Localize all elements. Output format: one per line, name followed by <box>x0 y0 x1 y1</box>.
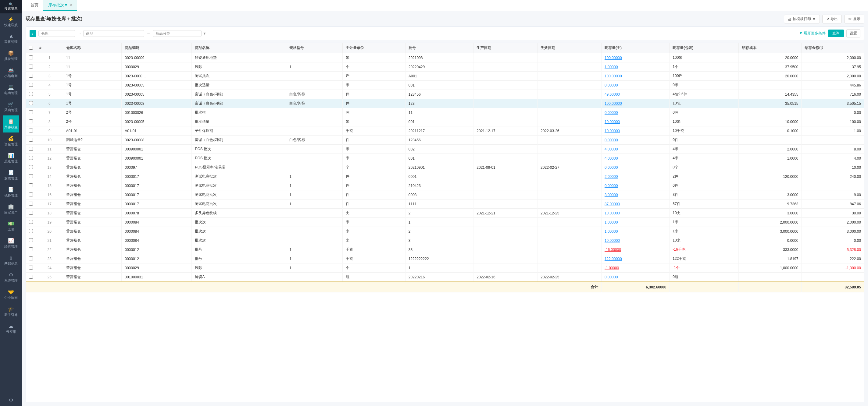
sidebar-item-caigou[interactable]: 🛒采购管理 <box>3 98 19 115</box>
col-batch: 批号 <box>405 43 473 53</box>
row-select[interactable] <box>29 257 33 261</box>
row-prod-date <box>473 81 537 90</box>
row-select[interactable] <box>29 138 33 142</box>
row-select[interactable] <box>29 193 33 197</box>
row-qty-main[interactable]: 100.00000 <box>601 99 669 108</box>
sidebar-item-lingshao[interactable]: 🛍零售管理 <box>3 30 19 47</box>
row-select[interactable] <box>29 229 33 233</box>
row-select[interactable] <box>29 202 33 206</box>
settings-button[interactable]: 设置 <box>846 29 860 37</box>
row-qty-main[interactable]: -16.00000 <box>601 245 669 254</box>
row-select[interactable] <box>29 56 33 59</box>
row-qty-main[interactable]: 122.00000 <box>601 254 669 264</box>
row-qty-main[interactable]: -1.00000 <box>601 264 669 273</box>
export-button[interactable]: ↗ 导出 <box>822 14 842 24</box>
row-qty-main[interactable]: 0.00000 <box>601 81 669 90</box>
row-select[interactable] <box>29 65 33 69</box>
row-select[interactable] <box>29 238 33 242</box>
sidebar-item-kuaisu[interactable]: ⚡快速导航 <box>3 13 19 30</box>
row-qty-main[interactable]: 0.00000 <box>601 163 669 172</box>
print-button[interactable]: 🖨 按模板打印 ▼ <box>784 14 820 24</box>
row-qty-main[interactable]: 49.60000 <box>601 90 669 99</box>
row-qty-main[interactable]: 1.00000 <box>601 227 669 236</box>
row-qty-main[interactable]: 1.00000 <box>601 218 669 227</box>
row-code: 0000017 <box>122 181 192 190</box>
tab-kucun_pici[interactable]: 库存批次▼× <box>43 0 77 11</box>
sidebar-item-pifa[interactable]: 📦批发管理 <box>3 47 19 64</box>
product-input[interactable] <box>83 30 144 37</box>
sidebar-item-zongzhang[interactable]: 📊总账管理 <box>3 149 19 167</box>
sidebar-item-guding[interactable]: 🏢固定资产 <box>3 201 19 218</box>
row-qty-main[interactable]: 87.00000 <box>601 200 669 209</box>
select-all-checkbox[interactable] <box>29 46 33 49</box>
row-qty-main[interactable]: 0.00000 <box>601 273 669 282</box>
row-select[interactable] <box>29 211 33 215</box>
row-select[interactable] <box>29 147 33 151</box>
settings-icon[interactable]: ⚙ <box>0 394 22 406</box>
row-select[interactable] <box>29 183 33 187</box>
row-select[interactable] <box>29 156 33 160</box>
row-qty-main[interactable]: 4.00000 <box>601 154 669 163</box>
row-select[interactable] <box>29 247 33 251</box>
row-qty-unit: 4米 <box>670 154 739 163</box>
row-select[interactable] <box>29 266 33 270</box>
xiaodian-icon: 🚢 <box>4 67 18 73</box>
table-row: 17 营营裕仓 0000017 测试电商批次 1 件 1111 87.00000… <box>26 200 864 209</box>
sidebar-item-qiye[interactable]: 🤝企业协同 <box>3 286 19 303</box>
row-qty-main[interactable]: 0.00000 <box>601 108 669 117</box>
row-select[interactable] <box>29 83 33 87</box>
row-select[interactable] <box>29 110 33 114</box>
sidebar-item-kucun[interactable]: 📋库存核查 <box>3 115 19 133</box>
row-qty-main[interactable]: 10.00000 <box>601 236 669 245</box>
row-qty-main[interactable]: 100.00000 <box>601 53 669 62</box>
filter-expand-btn[interactable]: › <box>30 30 36 37</box>
row-qty-main[interactable]: 3.00000 <box>601 190 669 200</box>
row-qty-main[interactable]: 100.00000 <box>601 72 669 81</box>
row-unit: 千克 <box>342 245 405 254</box>
row-select[interactable] <box>29 275 33 279</box>
sidebar-item-shuiwu[interactable]: 📑税务管理 <box>3 184 19 201</box>
row-select[interactable] <box>29 92 33 96</box>
row-select[interactable] <box>29 129 33 133</box>
row-name: 展际 <box>192 62 286 72</box>
sidebar-item-jingying[interactable]: 📈经营管理 <box>3 235 19 252</box>
sidebar-item-xiaodian[interactable]: 🚢小船电商 <box>3 64 19 81</box>
row-qty-main[interactable]: 10.00000 <box>601 126 669 136</box>
warehouse-input[interactable] <box>38 30 75 37</box>
sidebar-search[interactable]: 🔍 搜索菜单 <box>0 0 22 13</box>
sidebar-item-diangshang[interactable]: 💻电商管理 <box>3 81 19 98</box>
row-idx: 11 <box>36 145 63 154</box>
category-input[interactable] <box>153 30 202 37</box>
tab-home[interactable]: 首页 <box>26 0 43 11</box>
row-select[interactable] <box>29 101 33 105</box>
sidebar-item-fapiao[interactable]: 🧾发票管理 <box>3 167 19 184</box>
query-button[interactable]: 查询 <box>828 30 844 37</box>
toggle-button[interactable]: 👁 显示 <box>844 14 864 24</box>
category-dropdown-icon[interactable]: ▼ <box>203 31 207 36</box>
row-unit-cost: 35.0515 <box>738 99 801 108</box>
row-qty-main[interactable]: 4.00000 <box>601 145 669 154</box>
row-spec <box>286 145 342 154</box>
row-qty-main[interactable]: 0.00000 <box>601 136 669 145</box>
expand-conditions-btn[interactable]: ▼ 展开更多条件 <box>799 31 826 36</box>
sidebar-item-gongzi[interactable]: 💵工资 <box>3 218 19 235</box>
sidebar-item-zijin[interactable]: 💰资金管理 <box>3 133 19 149</box>
row-qty-main[interactable]: 1.00000 <box>601 62 669 72</box>
row-unit-cost: 333.0000 <box>738 245 801 254</box>
row-idx: 16 <box>36 190 63 200</box>
close-tab-kucun_pici[interactable]: × <box>70 3 72 7</box>
row-qty-main[interactable]: 10.00000 <box>601 209 669 218</box>
row-select[interactable] <box>29 120 33 123</box>
row-qty-main[interactable]: 0.00000 <box>601 181 669 190</box>
row-select[interactable] <box>29 74 33 78</box>
row-qty-main[interactable]: 2.00000 <box>601 172 669 181</box>
sidebar-item-xitong[interactable]: ⚙系统管理 <box>3 269 19 286</box>
sidebar-item-xinshou[interactable]: 🎓新手引导 <box>3 303 19 320</box>
row-qty-main[interactable]: 10.00000 <box>601 117 669 126</box>
sidebar-item-yunying[interactable]: ☁云应用 <box>3 320 19 337</box>
sidebar-item-jichu[interactable]: ℹ基础信息 <box>3 252 19 269</box>
row-exp-date <box>537 200 601 209</box>
row-select[interactable] <box>29 174 33 178</box>
row-select[interactable] <box>29 220 33 224</box>
row-select[interactable] <box>29 165 33 169</box>
